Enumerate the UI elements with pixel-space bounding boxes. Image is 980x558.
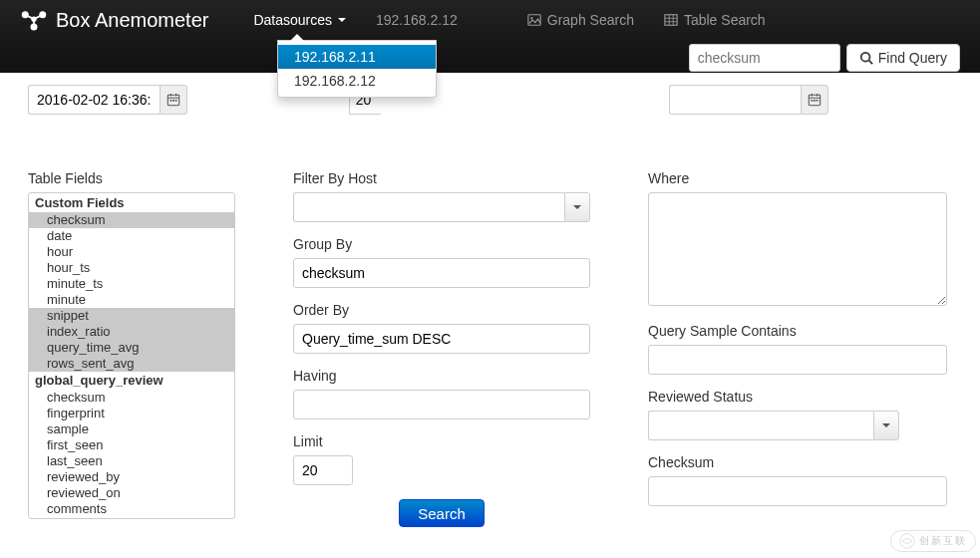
calendar-button-to[interactable] — [801, 85, 828, 115]
svg-rect-10 — [172, 100, 174, 102]
listbox-option[interactable]: checksum — [29, 390, 234, 406]
nav-graph-search[interactable]: Graph Search — [512, 0, 649, 40]
picture-icon — [527, 13, 541, 27]
listbox-group: global_query_review — [29, 372, 234, 390]
listbox-option[interactable]: fingerprint — [29, 406, 234, 421]
calendar-icon — [808, 93, 821, 107]
date-range-row — [28, 85, 952, 115]
listbox-option[interactable]: reviewed_by — [29, 469, 234, 485]
filter-by-host-input[interactable] — [293, 192, 564, 222]
reviewed-status-input[interactable] — [648, 411, 873, 440]
caret-down-icon — [573, 205, 581, 209]
listbox-group: Custom Fields — [29, 194, 234, 212]
reviewed-status-label: Reviewed Status — [648, 389, 947, 405]
svg-rect-13 — [812, 100, 814, 102]
listbox-option[interactable]: sample — [29, 421, 234, 437]
search-button[interactable]: Search — [399, 499, 485, 527]
listbox-option[interactable]: minute_ts — [29, 276, 234, 292]
datasource-item-0[interactable]: 192.168.2.11 — [278, 45, 436, 69]
brand[interactable]: Box Anemometer — [20, 8, 208, 32]
listbox-option[interactable]: reviewed_on — [29, 485, 234, 501]
svg-point-5 — [530, 17, 532, 19]
datasource-item-1[interactable]: 192.168.2.12 — [278, 69, 436, 93]
filter-by-host-label: Filter By Host — [293, 170, 590, 186]
nav-table-search[interactable]: Table Search — [649, 0, 781, 40]
query-sample-contains-input[interactable] — [648, 345, 947, 375]
calendar-icon — [166, 93, 180, 107]
navbar: Box Anemometer Datasources 192.168.2.12 … — [0, 0, 980, 73]
table-fields-label: Table Fields — [28, 170, 235, 186]
find-query-label: Find Query — [878, 50, 947, 66]
nav-table-search-label: Table Search — [684, 12, 766, 28]
group-by-input[interactable] — [293, 258, 590, 288]
caret-down-icon — [338, 18, 346, 22]
svg-point-7 — [861, 53, 870, 62]
search-icon — [859, 51, 873, 65]
group-by-label: Group By — [293, 236, 590, 252]
listbox-option[interactable]: minute — [29, 292, 234, 308]
listbox-option[interactable]: comments — [29, 501, 234, 517]
order-by-input[interactable] — [293, 324, 590, 354]
order-by-label: Order By — [293, 302, 590, 318]
listbox-option[interactable]: first_seen — [29, 437, 234, 453]
listbox-option[interactable]: snippet — [29, 308, 234, 324]
checksum-search-input[interactable] — [689, 44, 840, 72]
reviewed-status-dropdown-button[interactable] — [873, 411, 899, 440]
limit-input[interactable] — [293, 455, 353, 485]
listbox-option[interactable]: rows_sent_avg — [29, 356, 234, 372]
listbox-option[interactable]: hour_ts — [29, 260, 234, 276]
having-label: Having — [293, 368, 590, 384]
filter-section: Table Fields Custom Fieldschecksumdateho… — [28, 170, 952, 527]
where-label: Where — [648, 170, 947, 186]
having-input[interactable] — [293, 390, 590, 419]
listbox-option[interactable]: last_seen — [29, 453, 234, 469]
calendar-button-from[interactable] — [160, 85, 187, 115]
where-textarea[interactable] — [648, 192, 947, 306]
caret-down-icon — [882, 423, 890, 427]
search-button-label: Search — [418, 505, 466, 522]
current-datasource[interactable]: 192.168.2.12 — [361, 0, 473, 40]
checksum-input[interactable] — [648, 476, 947, 506]
logo-icon — [20, 8, 48, 32]
table-fields-listbox[interactable]: Custom Fieldschecksumdatehourhour_tsminu… — [28, 192, 235, 519]
listbox-option[interactable]: date — [29, 228, 234, 244]
find-query-button[interactable]: Find Query — [846, 44, 960, 72]
listbox-option[interactable]: checksum — [29, 212, 234, 228]
date-from-input[interactable] — [28, 85, 160, 115]
svg-rect-6 — [665, 15, 677, 26]
navbar-search: Find Query — [689, 44, 960, 72]
datasources-dropdown-menu: 192.168.2.11 192.168.2.12 — [277, 40, 437, 98]
filter-by-host-dropdown-button[interactable] — [564, 192, 590, 222]
table-icon — [664, 13, 678, 27]
svg-rect-14 — [814, 100, 816, 102]
listbox-option[interactable]: query_time_avg — [29, 340, 234, 356]
query-sample-contains-label: Query Sample Contains — [648, 323, 947, 339]
svg-rect-15 — [817, 100, 818, 102]
checksum-label: Checksum — [648, 454, 947, 470]
datasources-label: Datasources — [253, 12, 332, 28]
listbox-option[interactable]: index_ratio — [29, 324, 234, 340]
limit-label: Limit — [293, 433, 590, 449]
svg-rect-9 — [170, 100, 172, 102]
svg-rect-11 — [175, 100, 177, 102]
brand-text: Box Anemometer — [56, 9, 208, 32]
nav-graph-search-label: Graph Search — [547, 12, 634, 28]
date-to-input[interactable] — [669, 85, 801, 115]
listbox-option[interactable]: hour — [29, 244, 234, 260]
page-body: Table Fields Custom Fieldschecksumdateho… — [0, 85, 980, 527]
